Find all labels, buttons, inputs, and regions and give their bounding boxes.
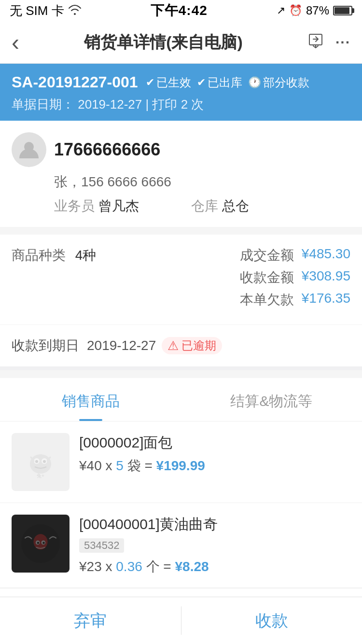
payment-row: 收款金额 ¥308.95 [240, 268, 350, 287]
status-right: ↗ ⏰ 87% [277, 4, 352, 17]
svg-text:兔+: 兔+ [37, 473, 44, 478]
order-date-row: 单据日期： 2019-12-27 | 打印 2 次 [12, 96, 350, 113]
product-thumb-2 [12, 515, 70, 573]
nav-actions: ··· [307, 32, 350, 53]
product-name-2: [000400001]黄油曲奇 [79, 515, 350, 534]
summary-section: 商品种类 4种 成交金额 ¥485.30 收款金额 ¥308.95 本单欠款 ¥… [0, 235, 362, 324]
customer-contact: 张，156 6666 6666 [12, 173, 350, 191]
svg-point-5 [35, 460, 38, 463]
divider-2 [0, 366, 362, 370]
badge-partial-payment: 🕐 部分收款 [248, 75, 309, 90]
warehouse-item: 仓库 总仓 [191, 197, 249, 215]
due-date-value: 2019-12-27 [87, 338, 156, 353]
check-icon: ✔ [146, 76, 154, 89]
share-icon[interactable] [307, 32, 324, 53]
status-time: 下午4:42 [151, 1, 208, 20]
check-icon2: ✔ [197, 76, 206, 89]
bottom-bar: 弃审 收款 [0, 597, 362, 644]
carrier-label: 无 SIM 卡 [10, 2, 64, 19]
salesperson-item: 业务员 曾凡杰 [54, 197, 139, 215]
tab-sales-products[interactable]: 销售商品 [0, 378, 181, 421]
customer-section: 17666666666 张，156 6666 6666 业务员 曾凡杰 仓库 总… [0, 121, 362, 227]
status-left: 无 SIM 卡 [10, 2, 82, 19]
due-date-section: 收款到期日 2019-12-27 ⚠ 已逾期 [0, 325, 362, 366]
svg-point-9 [33, 534, 47, 549]
product-thumb-1: 兔+ [12, 433, 70, 491]
order-header-banner: SA-20191227-001 ✔ 已生效 ✔ 已出库 🕐 部分收款 单据日期：… [0, 64, 362, 121]
product-item: 兔+ [0000002]面包 ¥40 x 5 袋 = ¥199.99 [0, 421, 362, 503]
customer-name: 17666666666 [54, 140, 160, 160]
summary-grid: 商品种类 4种 成交金额 ¥485.30 收款金额 ¥308.95 本单欠款 ¥… [12, 246, 350, 313]
order-id: SA-20191227-001 [12, 73, 138, 91]
avatar [12, 132, 46, 167]
debt-row: 本单欠款 ¥176.35 [240, 291, 350, 309]
product-price-1: ¥40 x 5 袋 = ¥199.99 [79, 457, 350, 475]
customer-meta: 业务员 曾凡杰 仓库 总仓 [12, 197, 350, 215]
alarm-icon: ⏰ [289, 4, 302, 17]
clock-icon: 🕐 [248, 76, 261, 89]
customer-row: 17666666666 [12, 132, 350, 167]
divider-1 [0, 227, 362, 235]
overdue-icon: ⚠ [167, 338, 179, 353]
product-sku-2: 534532 [79, 538, 124, 553]
due-date-label: 收款到期日 [12, 336, 79, 355]
svg-point-2 [30, 454, 51, 474]
wifi-icon [68, 3, 82, 18]
tabs-section: 销售商品 结算&物流等 兔+ [0, 378, 362, 602]
summary-left: 商品种类 4种 [12, 246, 96, 266]
more-icon[interactable]: ··· [335, 34, 350, 51]
transaction-row: 成交金额 ¥485.30 [240, 246, 350, 265]
confirm-button[interactable]: 收款 [181, 597, 362, 644]
tab-settlement[interactable]: 结算&物流等 [181, 378, 362, 421]
cancel-button[interactable]: 弃审 [0, 597, 181, 644]
status-bar: 无 SIM 卡 下午4:42 ↗ ⏰ 87% [0, 0, 362, 21]
summary-right: 成交金额 ¥485.30 收款金额 ¥308.95 本单欠款 ¥176.35 [240, 246, 350, 313]
back-button[interactable]: ‹ [12, 29, 19, 56]
svg-point-13 [42, 542, 44, 544]
svg-point-12 [37, 542, 39, 544]
product-item-2: [000400001]黄油曲奇 534532 ¥23 x 0.36 个 = ¥8… [0, 503, 362, 588]
tabs-header: 销售商品 结算&物流等 [0, 378, 362, 421]
badge-shipped: ✔ 已出库 [197, 75, 242, 90]
order-status-badges: ✔ 已生效 ✔ 已出库 🕐 部分收款 [146, 75, 309, 90]
battery-icon [333, 6, 352, 15]
svg-point-6 [43, 460, 46, 463]
page-title: 销货单详情(来自电脑) [84, 31, 243, 54]
nav-bar: ‹ 销货单详情(来自电脑) ··· [0, 21, 362, 64]
badge-effective: ✔ 已生效 [146, 75, 191, 90]
battery-pct: 87% [306, 4, 329, 17]
product-type-item: 商品种类 4种 [12, 246, 96, 265]
product-price-2: ¥23 x 0.36 个 = ¥8.28 [79, 558, 350, 576]
product-list: 兔+ [0000002]面包 ¥40 x 5 袋 = ¥199.99 [0, 421, 362, 602]
product-info-1: [0000002]面包 ¥40 x 5 袋 = ¥199.99 [79, 433, 350, 475]
overdue-badge: ⚠ 已逾期 [162, 337, 222, 354]
product-info-2: [000400001]黄油曲奇 534532 ¥23 x 0.36 个 = ¥8… [79, 515, 350, 576]
location-icon: ↗ [277, 4, 285, 17]
product-name-1: [0000002]面包 [79, 433, 350, 453]
